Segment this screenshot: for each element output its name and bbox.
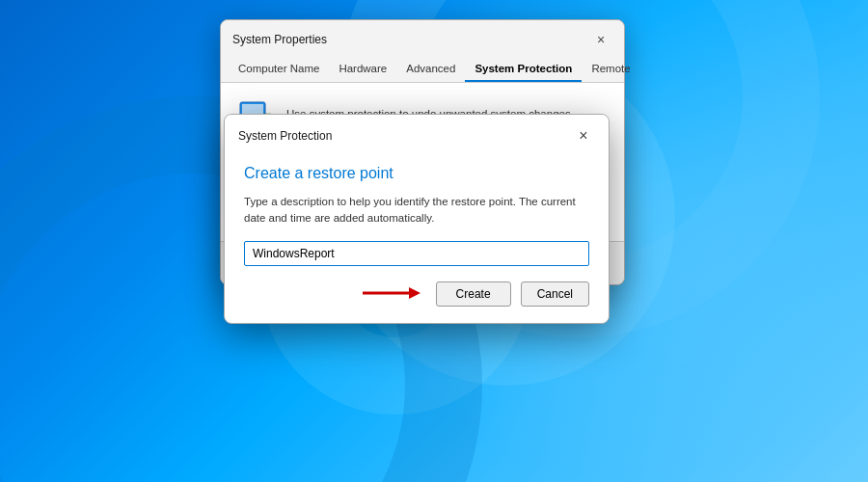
restore-dialog-title: System Protection [238,129,332,143]
svg-marker-5 [409,287,420,299]
create-button[interactable]: Create [436,281,511,307]
cancel-restore-button[interactable]: Cancel [521,281,589,307]
restore-instruction: Type a description to help you identify … [244,194,589,228]
tab-system-protection[interactable]: System Protection [465,57,582,82]
restore-buttons-row: Create Cancel [244,281,589,308]
restore-heading: Create a restore point [244,165,589,182]
tab-computer-name[interactable]: Computer Name [229,57,329,82]
restore-dialog-close-button[interactable]: × [572,124,595,147]
restore-point-dialog: System Protection × Create a restore poi… [224,114,610,324]
tab-remote[interactable]: Remote [582,57,639,82]
tab-advanced[interactable]: Advanced [396,57,465,82]
system-properties-titlebar: System Properties × [221,20,624,57]
system-properties-title: System Properties [232,33,327,46]
arrow-indicator [363,281,420,308]
tab-hardware[interactable]: Hardware [329,57,396,82]
restore-dialog-content: Create a restore point Type a descriptio… [225,155,609,323]
restore-dialog-titlebar: System Protection × [225,115,609,155]
restore-point-name-input[interactable] [244,241,589,266]
system-properties-close-button[interactable]: × [589,28,612,51]
tabs-bar: Computer Name Hardware Advanced System P… [221,57,624,83]
